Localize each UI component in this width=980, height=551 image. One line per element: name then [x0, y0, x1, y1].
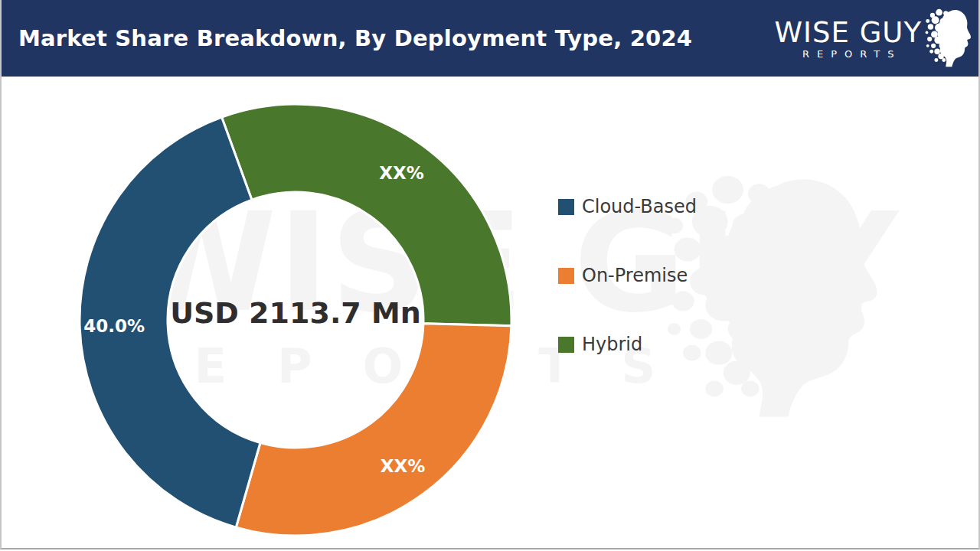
- logo-text: WISE GUY REPORTS: [775, 18, 922, 59]
- legend-swatch-hybrid: [558, 337, 574, 353]
- logo-wordmark: WISE GUY: [775, 18, 922, 47]
- legend-item-cloud-based: Cloud-Based: [558, 197, 697, 217]
- slice-label-on-premise: XX%: [381, 456, 426, 476]
- legend-label: On-Premise: [582, 266, 688, 285]
- wise-guy-logo: WISE GUY REPORTS: [775, 5, 972, 72]
- legend-label: Cloud-Based: [582, 197, 697, 217]
- legend-item-on-premise: On-Premise: [558, 266, 697, 285]
- wise-guy-face-icon: [925, 8, 972, 70]
- legend-label: Hybrid: [582, 334, 642, 354]
- legend-swatch-on-premise: [558, 268, 574, 284]
- donut-center-value: USD 2113.7 Mn: [170, 296, 421, 330]
- slice-label-hybrid: XX%: [379, 163, 424, 183]
- donut-chart: XX%XX%40.0% USD 2113.7 Mn: [66, 90, 525, 549]
- legend-swatch-cloud-based: [558, 199, 574, 215]
- slice-label-cloud-based: 40.0%: [83, 316, 145, 336]
- donut-slice-on-premise: [236, 324, 511, 536]
- donut-slice-hybrid: [222, 104, 511, 326]
- logo-subtext: REPORTS: [795, 49, 902, 59]
- legend: Cloud-Based On-Premise Hybrid: [558, 197, 697, 354]
- chart-area: WISE GUY REPORTS XX%XX%40.0% USD 2113.7 …: [0, 77, 980, 551]
- chart-title: Market Share Breakdown, By Deployment Ty…: [18, 25, 692, 51]
- header: Market Share Breakdown, By Deployment Ty…: [0, 0, 980, 77]
- legend-item-hybrid: Hybrid: [558, 334, 697, 354]
